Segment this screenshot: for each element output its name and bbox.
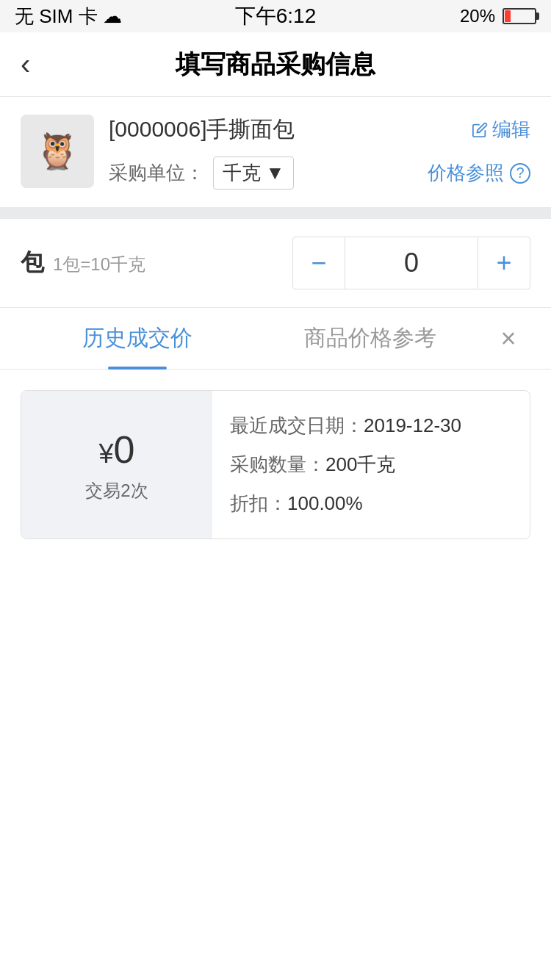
tab-price-reference[interactable]: 商品价格参考 — [253, 308, 486, 370]
tab-price-ref-label: 商品价格参考 — [304, 323, 436, 353]
price-summary: ¥0 交易2次 — [21, 391, 212, 538]
navigation-bar: ‹ 填写商品采购信息 — [0, 32, 551, 97]
back-button[interactable]: ‹ — [21, 48, 30, 81]
history-price-card: ¥0 交易2次 最近成交日期：2019-12-30 采购数量：200千克 折扣：… — [21, 390, 530, 539]
quantity-section: 包 1包=10千克 − + — [0, 219, 551, 307]
bottom-space — [0, 560, 551, 980]
product-row: 🦉 [0000006]手撕面包 编辑 采购单位： 千克 ▼ — [21, 115, 530, 190]
quantity-plus-button[interactable]: + — [478, 237, 530, 289]
unit-select[interactable]: 千克 ▼ — [213, 156, 294, 190]
status-time: 下午6:12 — [235, 2, 317, 30]
tab-history-label: 历史成交价 — [82, 323, 192, 353]
product-header: [0000006]手撕面包 编辑 — [109, 115, 530, 145]
quantity-input[interactable] — [345, 237, 478, 289]
edit-button[interactable]: 编辑 — [472, 117, 530, 143]
recent-date-label: 最近成交日期： — [230, 414, 364, 436]
tab-active-indicator — [108, 367, 167, 370]
status-signal: 无 SIM 卡 ☁ — [15, 4, 122, 29]
edit-icon — [472, 122, 488, 138]
quantity-unit-hint: 1包=10千克 — [53, 253, 145, 276]
product-logo-icon: 🦉 — [35, 131, 79, 172]
unit-value: 千克 — [223, 160, 261, 186]
product-section: 🦉 [0000006]手撕面包 编辑 采购单位： 千克 ▼ — [0, 97, 551, 207]
purchase-qty-row: 采购数量：200千克 — [230, 450, 512, 479]
purchase-qty-label: 采购数量： — [230, 453, 325, 475]
recent-date-row: 最近成交日期：2019-12-30 — [230, 411, 512, 440]
trades-count: 交易2次 — [85, 479, 148, 502]
price-details: 最近成交日期：2019-12-30 采购数量：200千克 折扣：100.00% — [212, 391, 530, 538]
status-right-group: 20% — [460, 6, 536, 26]
quantity-input-group: − + — [292, 237, 530, 289]
section-divider — [0, 207, 551, 219]
price-amount: 0 — [114, 428, 135, 471]
unit-group: 采购单位： 千克 ▼ — [109, 156, 294, 190]
status-battery-percent: 20% — [460, 6, 495, 26]
tabs-panel: 历史成交价 商品价格参考 × ¥0 交易2次 最近成交日期：2019-12-30… — [0, 308, 551, 560]
purchase-qty-value: 200千克 — [325, 453, 395, 475]
currency-symbol: ¥ — [99, 439, 114, 469]
tab-history-price[interactable]: 历史成交价 — [21, 308, 253, 370]
product-info: [0000006]手撕面包 编辑 采购单位： 千克 ▼ — [109, 115, 530, 190]
quantity-unit-big: 包 — [21, 247, 44, 279]
tabs-close-button[interactable]: × — [486, 317, 530, 361]
tab-content-history: ¥0 交易2次 最近成交日期：2019-12-30 采购数量：200千克 折扣：… — [0, 370, 551, 560]
discount-label: 折扣： — [230, 492, 287, 514]
quantity-label-group: 包 1包=10千克 — [21, 247, 145, 279]
battery-icon — [500, 8, 536, 24]
product-name: [0000006]手撕面包 — [109, 115, 295, 145]
price-display: ¥0 — [99, 428, 135, 472]
edit-label: 编辑 — [492, 117, 530, 143]
price-ref-label: 价格参照 — [428, 160, 504, 186]
discount-value: 100.00% — [287, 492, 363, 514]
help-icon: ? — [510, 163, 530, 184]
recent-date-value: 2019-12-30 — [364, 414, 461, 436]
dropdown-icon: ▼ — [265, 162, 284, 184]
purchase-unit-label: 采购单位： — [109, 162, 204, 184]
unit-row: 采购单位： 千克 ▼ 价格参照 ? — [109, 156, 530, 190]
quantity-minus-button[interactable]: − — [292, 237, 345, 289]
price-reference-button[interactable]: 价格参照 ? — [428, 160, 530, 186]
product-thumbnail: 🦉 — [21, 115, 94, 188]
tabs-header: 历史成交价 商品价格参考 × — [0, 308, 551, 370]
status-bar: 无 SIM 卡 ☁ 下午6:12 20% — [0, 0, 551, 32]
page-title: 填写商品采购信息 — [176, 48, 375, 82]
discount-row: 折扣：100.00% — [230, 489, 512, 518]
